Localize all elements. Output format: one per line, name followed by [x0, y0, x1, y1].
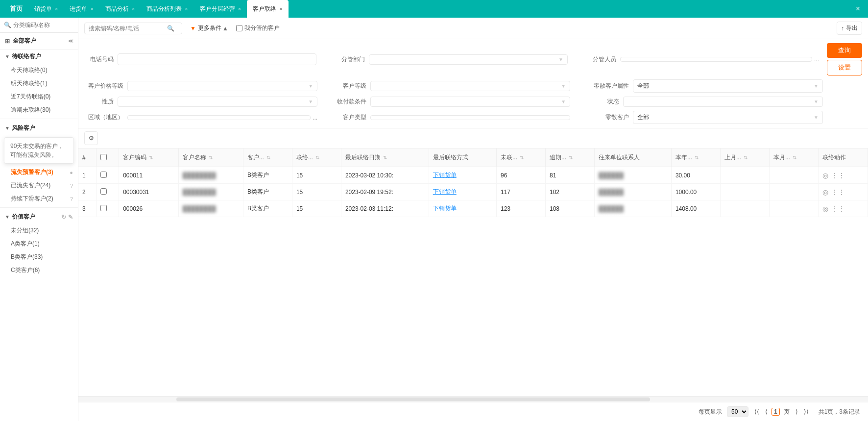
sidebar-item-churn-warning[interactable]: 流失预警客户(3) ● [0, 166, 78, 179]
action-contact-icon-1[interactable]: ◎ [822, 188, 828, 196]
sidebar-item-c-class[interactable]: C类客户(6) [0, 264, 78, 277]
sidebar-section-pending[interactable]: ▼ 待联络客户 [0, 50, 78, 64]
first-page-btn[interactable]: ⟨⟨ [752, 408, 761, 415]
col-last-contact-date[interactable]: 最后联络日期 ⇅ [341, 149, 429, 167]
more-icon-region[interactable]: ... [313, 114, 317, 121]
col-customer-code[interactable]: 客户编码 ⇅ [119, 149, 179, 167]
table-header-row: # 客户编码 ⇅ 客户名称 ⇅ 客户... ⇅ [78, 149, 868, 167]
filter-customertype-select[interactable] [370, 115, 570, 120]
my-customers-checkbox-wrap[interactable]: 我分管的客户 [236, 24, 280, 32]
filter-nature-select[interactable]: ▼ [118, 97, 317, 107]
action-more-icon-0[interactable]: ⋮⋮ [831, 172, 845, 179]
nav-home[interactable]: 首页 [4, 0, 28, 18]
nav-tab-goods-analysis[interactable]: 商品分析 × [99, 0, 141, 18]
close-goods-analysis-list-tab[interactable]: × [185, 6, 188, 12]
sidebar-all-customers[interactable]: ⊞ 全部客户 ≪ [0, 33, 78, 50]
filter-status-select[interactable]: ▼ [623, 97, 823, 107]
filter-region-select[interactable] [127, 115, 311, 120]
edit-icon[interactable]: ✎ [68, 214, 73, 221]
col-last-month[interactable]: 上月... ⇅ [720, 149, 769, 167]
close-all-btn[interactable]: × [852, 4, 864, 13]
last-page-btn[interactable]: ⟩⟩ [802, 408, 811, 415]
col-contact[interactable]: 联络... ⇅ [292, 149, 341, 167]
cell-last-contact-method[interactable]: 下销货单 [429, 200, 496, 217]
filter-person-select[interactable] [620, 57, 812, 62]
nav-tab-purchase[interactable]: 进货单 × [64, 0, 99, 18]
sidebar-item-7days[interactable]: 近7天待联络(0) [0, 90, 78, 103]
sidebar-item-b-class[interactable]: B类客户(33) [0, 250, 78, 264]
table-settings-btn[interactable]: ⚙ [84, 131, 98, 145]
cell-this-year: 1000.00 [671, 184, 720, 200]
sidebar-section-risk[interactable]: ▼ 风险客户 [0, 121, 78, 135]
more-icon-person[interactable]: ... [814, 56, 819, 63]
export-btn[interactable]: ↑ 导出 [837, 22, 862, 35]
col-contact-person[interactable]: 往来单位联系人 [594, 149, 671, 167]
cell-checkbox[interactable] [96, 184, 119, 200]
col-this-month[interactable]: 本月... ⇅ [769, 149, 818, 167]
cell-last-contact-method[interactable]: 下销货单 [429, 167, 496, 184]
filter-payment-select[interactable]: ▼ [370, 97, 570, 107]
select-all-checkbox[interactable] [100, 154, 107, 160]
row-checkbox-2[interactable] [100, 205, 107, 211]
col-overdue[interactable]: 逾期... ⇅ [546, 149, 595, 167]
total-info: 共1页，3条记录 [819, 408, 860, 416]
next-page-btn[interactable]: ⟩ [794, 408, 800, 415]
filter-zerosales-select[interactable]: 全部 ▼ [633, 79, 823, 93]
scrollbar-area[interactable] [78, 396, 868, 402]
col-last-contact-method[interactable]: 最后联络方式 [429, 149, 496, 167]
cell-checkbox[interactable] [96, 200, 119, 217]
row-checkbox-1[interactable] [100, 188, 107, 195]
col-customer-level[interactable]: 客户... ⇅ [243, 149, 292, 167]
horizontal-scrollbar[interactable] [176, 397, 650, 401]
cell-last-contact-method[interactable]: 下销货单 [429, 184, 496, 200]
filter-zerocustomer-select[interactable]: 全部 ▼ [633, 111, 823, 124]
action-more-icon-1[interactable]: ⋮⋮ [831, 188, 845, 196]
cell-index: 2 [78, 184, 96, 200]
refresh-icon[interactable]: ↻ [61, 214, 66, 221]
filter-toolbar: 🔍 ▼ 更多条件 ▲ 我分管的客户 ↑ 导出 [78, 18, 868, 39]
sort-code-icon: ⇅ [149, 155, 153, 160]
filter-customerlevel-select[interactable]: ▼ [370, 81, 570, 91]
close-customer-contact-tab[interactable]: × [279, 6, 282, 12]
query-button[interactable]: 查询 [827, 43, 862, 58]
sidebar-item-today[interactable]: 今天待联络(0) [0, 64, 78, 77]
nav-tab-customer-contact[interactable]: 客户联络 × [247, 0, 288, 18]
sidebar-item-churned[interactable]: 已流失客户(24) ? [0, 179, 78, 192]
row-checkbox-0[interactable] [100, 172, 107, 178]
close-customer-segment-tab[interactable]: × [238, 6, 241, 12]
close-purchase-tab[interactable]: × [90, 6, 93, 12]
sidebar-item-a-class[interactable]: A类客户(1) [0, 237, 78, 250]
sidebar-item-ungroup[interactable]: 未分组(32) [0, 224, 78, 237]
nav-tab-customer-segment[interactable]: 客户分层经营 × [194, 0, 247, 18]
page-nav: ⟨⟨ ⟨ 1 页 ⟩ ⟩⟩ [752, 408, 811, 416]
per-page-select[interactable]: 50 [727, 406, 748, 417]
filter-search-icon[interactable]: 🔍 [167, 25, 174, 32]
close-goods-analysis-tab[interactable]: × [132, 6, 135, 12]
close-sales-tab[interactable]: × [55, 6, 58, 12]
settings-button[interactable]: 设置 [827, 60, 862, 75]
col-this-year[interactable]: 本年... ⇅ [671, 149, 720, 167]
nav-tab-sales[interactable]: 销货单 × [28, 0, 64, 18]
sidebar-search-input[interactable] [13, 22, 78, 28]
action-contact-icon-2[interactable]: ◎ [822, 205, 828, 213]
nav-tab-goods-analysis-list[interactable]: 商品分析列表 × [141, 0, 193, 18]
sidebar-item-tomorrow[interactable]: 明天待联络(1) [0, 77, 78, 90]
col-customer-name[interactable]: 客户名称 ⇅ [178, 149, 243, 167]
chevron-down-icon-price: ▼ [308, 83, 313, 89]
arrow-down-icon: ▼ [5, 54, 10, 59]
sidebar-item-overdue[interactable]: 逾期未联络(30) [0, 103, 78, 117]
filter-phone-input[interactable] [118, 53, 316, 65]
filter-search-input[interactable] [89, 25, 167, 32]
sidebar-section-value[interactable]: ▼ 价值客户 ↻ ✎ [0, 210, 78, 224]
prev-page-btn[interactable]: ⟨ [763, 408, 770, 415]
sidebar-item-declining[interactable]: 持续下滑客户(2) ? [0, 192, 78, 205]
cell-checkbox[interactable] [96, 167, 119, 184]
filter-pricelevel-select[interactable]: ▼ [127, 81, 317, 91]
more-filters-btn[interactable]: ▼ 更多条件 ▲ [186, 22, 232, 34]
action-more-icon-2[interactable]: ⋮⋮ [831, 205, 845, 213]
col-no-contact[interactable]: 未联... ⇅ [497, 149, 546, 167]
my-customers-checkbox[interactable] [236, 25, 242, 31]
filter-dept-select[interactable]: ▼ [369, 54, 568, 65]
content-area: 🔍 ▼ 更多条件 ▲ 我分管的客户 ↑ 导出 电话号码 [78, 18, 868, 421]
action-contact-icon-0[interactable]: ◎ [822, 172, 828, 179]
